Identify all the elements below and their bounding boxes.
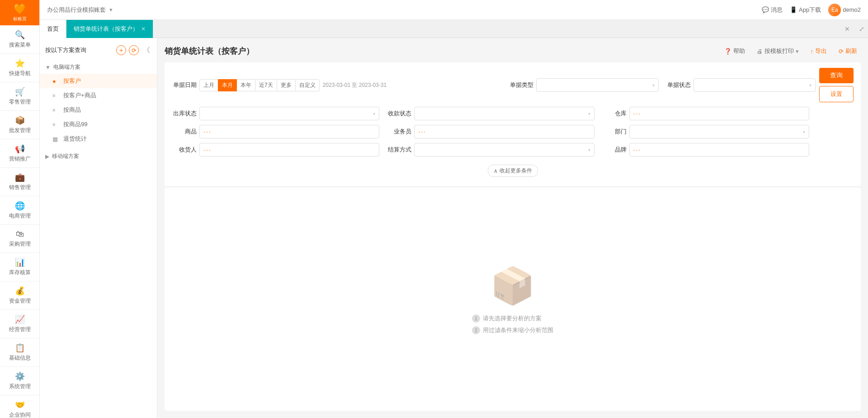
tip-1-num: 1 [472,314,480,323]
sales-icon: 💼 [15,172,25,182]
sidebar-item-ecommerce-label: 电商管理 [9,212,31,220]
tree-item-by-customer[interactable]: ● 按客户 [40,74,157,88]
operation-icon: 📈 [15,314,25,324]
header-left: 办公用品行业模拟账套 ▾ [47,6,113,14]
empty-illustration: 📦 [490,265,535,307]
main-wrapper: 办公用品行业模拟账套 ▾ 💬 消息 📱 App下载 Ea demo2 首页 销货… [40,0,868,418]
tab-close-icon[interactable]: ✕ [141,26,146,32]
dropdown-icon[interactable]: ▾ [109,6,113,13]
sidebar-item-basic[interactable]: 📋 基础信息 [0,338,39,367]
tree-item-by-goods-99[interactable]: ≡ 按商品99 [40,117,157,132]
sidebar-item-cooperation[interactable]: 🤝 企业协同 [0,395,39,418]
sidebar-item-retail[interactable]: 🛒 零售管理 [0,82,39,111]
warehouse-label: 仓库 [602,109,627,118]
filter-row-1: 单据日期 上月 本月 本年 近7天 更多 自定义 2023-03-01 至 20… [172,68,854,102]
tree-group-mobile[interactable]: ▶ 移动端方案 [40,150,157,163]
sidebar-item-purchase[interactable]: 🛍 采购管理 [0,225,39,253]
sidebar-item-finance[interactable]: 💰 资金管理 [0,281,39,310]
finance-icon: 💰 [15,286,25,296]
settlement-control[interactable]: ▾ [414,143,594,157]
page-title: 销货单统计表（按客户） [165,46,254,57]
template-print-btn[interactable]: 🖨 按模板打印 ▾ [753,45,802,57]
salesperson-control[interactable]: ··· [414,125,594,138]
date-btn-more[interactable]: 更多 [277,79,296,91]
sidebar-item-system[interactable]: ⚙️ 系统管理 [0,367,39,395]
sidebar-item-finance-label: 资金管理 [9,297,31,305]
sidebar-item-basic-label: 基础信息 [9,354,31,362]
payment-control[interactable]: ▾ [414,107,594,120]
bill-type-control[interactable]: ▾ [536,78,658,92]
tab-home-label: 首页 [47,25,59,33]
filter-row-4: 收货人 ··· 结算方式 ▾ 品牌 [172,143,854,157]
refresh-btn[interactable]: ⟳ 刷新 [835,45,861,57]
tree-item-by-customer-goods-label: 按客户+商品 [63,91,96,100]
sidebar-item-cooperation-label: 企业协同 [9,411,31,418]
outbound-label: 出库状态 [172,109,197,118]
tree-item-by-customer-goods[interactable]: ≡ 按客户+商品 [40,88,157,103]
outbound-control[interactable]: ▾ [199,107,379,120]
salesperson-hint: ··· [418,128,426,135]
outbound-caret: ▾ [373,111,375,116]
tree-expand-icon: ▼ [45,64,51,71]
sidebar-item-search[interactable]: 🔍 搜索菜单 [0,25,39,54]
message-btn[interactable]: 💬 消息 [762,6,783,14]
collapse-panel-btn[interactable]: 《 [142,45,151,55]
bill-status-control[interactable]: ▾ [693,78,816,92]
logo-icon: 🧡 [14,3,26,15]
sidebar-item-quicknav[interactable]: ⭐ 快捷导航 [0,54,39,82]
settings-button[interactable]: 设置 [819,86,854,102]
sidebar-item-marketing[interactable]: 📢 营销推广 [0,139,39,168]
date-btn-this-month[interactable]: 本月 [218,79,237,91]
tree-item-by-goods[interactable]: ≡ 按商品 [40,103,157,117]
maximize-window-btn[interactable]: ⤢ [855,23,868,35]
cooperation-icon: 🤝 [15,400,25,410]
sidebar-item-operation[interactable]: 📈 经营管理 [0,310,39,338]
sidebar-item-sales[interactable]: 💼 销售管理 [0,168,39,196]
sidebar-item-wholesale[interactable]: 📦 批发管理 [0,111,39,139]
tip-1-text: 请先选择要分析的方案 [483,314,542,323]
query-button[interactable]: 查询 [819,68,854,83]
add-scheme-btn[interactable]: + [116,45,126,55]
tree-group-pc[interactable]: ▼ 电脑端方案 [40,61,157,74]
department-control[interactable]: ▾ [629,125,809,138]
collapse-btn[interactable]: ∧ 收起更多条件 [488,165,538,177]
date-filter-group: 单据日期 上月 本月 本年 近7天 更多 自定义 2023-03-01 至 20… [172,79,501,91]
warehouse-control[interactable]: ··· [629,107,809,120]
tip-2-num: 2 [472,326,480,334]
app-download-btn[interactable]: 📱 App下载 [790,6,821,14]
date-btn-this-year[interactable]: 本年 [236,79,255,91]
date-btn-last-month[interactable]: 上月 [199,79,218,91]
sidebar-item-ecommerce[interactable]: 🌐 电商管理 [0,196,39,225]
scheme-icon-1: ≡ [52,93,61,98]
help-icon: ❓ [724,48,731,55]
export-btn[interactable]: ↑ 导出 [807,45,831,57]
help-btn[interactable]: ❓ 帮助 [721,45,749,57]
tab-home[interactable]: 首页 [40,20,66,38]
current-account-label: 办公用品行业模拟账套 [47,6,106,14]
settlement-filter: 结算方式 ▾ [387,143,594,157]
payment-label: 收款状态 [387,109,411,118]
tab-sales-stats[interactable]: 销货单统计表（按客户） ✕ [66,20,153,38]
consignee-control[interactable]: ··· [199,143,379,157]
sidebar-item-retail-label: 零售管理 [9,98,31,106]
consignee-label: 收货人 [172,146,197,154]
date-btn-custom[interactable]: 自定义 [295,79,320,91]
sidebar-item-inventory[interactable]: 📊 库存核算 [0,253,39,281]
date-btn-7days[interactable]: 近7天 [255,79,277,91]
tree-item-return-stats[interactable]: ▦ 退货统计 [40,132,157,146]
tabs-bar: 首页 销货单统计表（按客户） ✕ ✕ ⤢ [40,20,868,38]
action-buttons: 查询 设置 [819,68,854,102]
filter-row-3: 商品 ··· 业务员 ··· 部门 [172,125,854,138]
goods-control[interactable]: ··· [199,125,379,138]
close-window-btn[interactable]: ✕ [841,23,854,35]
retail-icon: 🛒 [15,87,25,97]
user-profile[interactable]: Ea demo2 [828,4,861,16]
salesperson-label: 业务员 [387,128,411,136]
bill-status-caret: ▾ [809,83,811,88]
brand-control[interactable]: ··· [629,143,809,157]
sidebar-item-operation-label: 经营管理 [9,326,31,333]
template-print-label: 按模板打印 [764,47,794,55]
warehouse-hint: ··· [633,110,642,117]
system-icon: ⚙️ [15,371,25,381]
refresh-scheme-btn[interactable]: ⟳ [129,45,139,55]
